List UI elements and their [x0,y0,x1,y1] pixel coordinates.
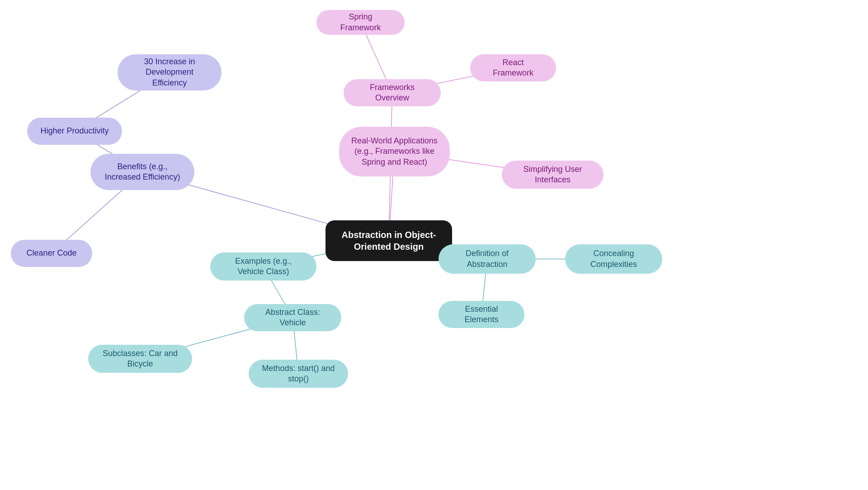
real-world-node: Real-World Applications (e.g., Framework… [339,127,450,176]
methods-node: Methods: start() and stop() [249,360,348,388]
increase-efficiency-node: 30 Increase in Development Efficiency [118,54,222,90]
frameworks-overview-node: Frameworks Overview [344,79,441,106]
react-framework-node: React Framework [470,54,556,81]
simplifying-ui-node: Simplifying User Interfaces [502,161,604,189]
benefits-node: Benefits (e.g., Increased Efficiency) [90,154,194,190]
spring-framework-node: Spring Framework [316,10,405,35]
abstract-class-node: Abstract Class: Vehicle [244,304,341,331]
higher-productivity-node: Higher Productivity [27,118,122,145]
concealing-node: Concealing Complexities [565,244,662,274]
cleaner-code-node: Cleaner Code [11,240,92,267]
essential-elements-node: Essential Elements [439,301,524,328]
center-node: Abstraction in Object-Oriented Design [326,220,452,261]
definition-node: Definition of Abstraction [439,244,536,274]
examples-node: Examples (e.g., Vehicle Class) [210,252,316,281]
subclasses-node: Subclasses: Car and Bicycle [88,345,192,373]
